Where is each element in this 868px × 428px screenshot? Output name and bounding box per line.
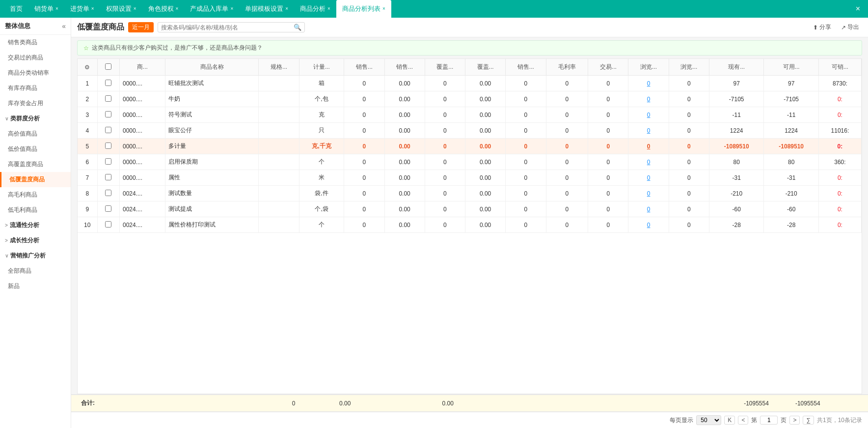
nav-close-role-auth[interactable]: × — [176, 0, 179, 18]
nav-permissions[interactable]: 权限设置 × — [100, 0, 142, 18]
row-unit: 袋,件 — [299, 186, 344, 201]
sidebar-group-growth[interactable]: > 成长性分析 — [0, 233, 71, 248]
select-all-checkbox[interactable] — [105, 63, 111, 70]
row-name[interactable]: 测试数量 — [165, 186, 259, 201]
row-checkbox[interactable] — [97, 139, 119, 154]
row-select-checkbox[interactable] — [105, 143, 111, 149]
date-filter-button[interactable]: 近一月 — [128, 22, 154, 32]
sidebar-group-marketing[interactable]: ∨ 营销推广分析 — [0, 248, 71, 263]
row-name[interactable]: 符号测试 — [165, 107, 259, 123]
row-sales-extra: 0 — [506, 217, 546, 233]
nav-product-inbound[interactable]: 产成品入库单 × — [184, 0, 239, 18]
row-name[interactable]: 属性 — [165, 170, 259, 186]
nav-close-product-inbound[interactable]: × — [230, 0, 233, 18]
nav-role-auth[interactable]: 角色授权 × — [142, 0, 185, 18]
search-icon[interactable]: 🔍 — [294, 24, 301, 31]
nav-product-analysis-list[interactable]: 商品分析列表 × — [336, 0, 391, 18]
row-browse1[interactable]: 0 — [628, 107, 669, 123]
nav-close-product-analysis[interactable]: × — [327, 0, 330, 18]
sidebar-item-new-goods[interactable]: 新品 — [0, 279, 71, 294]
row-sales-extra: 0 — [506, 107, 546, 123]
page-number-input[interactable] — [760, 416, 778, 425]
row-select-checkbox[interactable] — [105, 158, 111, 165]
sidebar-group-category-analysis[interactable]: ∨ 类群度分析 — [0, 111, 71, 126]
row-sales-amt: 0.00 — [384, 76, 425, 91]
share-button[interactable]: ⬆ 分享 — [810, 22, 834, 33]
page-size-select[interactable]: 50 100 200 — [696, 415, 721, 425]
nav-close-product-analysis-list[interactable]: × — [382, 0, 385, 18]
row-browse1[interactable]: 0 — [628, 91, 669, 107]
row-name[interactable]: 眼宝公仔 — [165, 123, 259, 139]
nav-purchase-order[interactable]: 进货单 × — [64, 0, 100, 18]
row-browse1[interactable]: 0 — [628, 76, 669, 91]
row-checkbox[interactable] — [97, 170, 119, 186]
row-browse1[interactable]: 0 — [628, 170, 669, 186]
row-select-checkbox[interactable] — [105, 127, 111, 133]
row-select-checkbox[interactable] — [105, 95, 111, 102]
row-name[interactable]: 旺辅批次测试 — [165, 76, 259, 91]
nav-sales-order[interactable]: 销货单 × — [28, 0, 64, 18]
sidebar-item-low-profit[interactable]: 低毛利商品 — [0, 202, 71, 218]
row-coverage1: 0 — [425, 76, 465, 91]
row-browse1[interactable]: 0 — [628, 201, 669, 217]
row-checkbox[interactable] — [97, 76, 119, 91]
nav-template-settings[interactable]: 单据模板设置 × — [239, 0, 294, 18]
sidebar-item-low-coverage[interactable]: 低覆盖度商品 — [0, 172, 71, 187]
row-checkbox[interactable] — [97, 154, 119, 170]
col-checkbox[interactable] — [97, 59, 119, 76]
row-browse1[interactable]: 0 — [628, 123, 669, 139]
row-browse2: 0 — [669, 123, 709, 139]
row-checkbox[interactable] — [97, 107, 119, 123]
sidebar-item-high-value[interactable]: 高价值商品 — [0, 126, 71, 142]
row-name[interactable]: 测试提成 — [165, 201, 259, 217]
row-checkbox[interactable] — [97, 91, 119, 107]
row-select-checkbox[interactable] — [105, 190, 111, 196]
row-checkbox[interactable] — [97, 186, 119, 201]
last-page-button[interactable]: ∑ — [803, 416, 814, 425]
nav-close-sales-order[interactable]: × — [55, 0, 58, 18]
sidebar-item-high-coverage[interactable]: 高覆盖度商品 — [0, 157, 71, 172]
search-input[interactable] — [161, 24, 292, 31]
sidebar-item-inventory-capital[interactable]: 库存资金占用 — [0, 96, 71, 111]
row-checkbox[interactable] — [97, 201, 119, 217]
row-coverage2: 0.00 — [465, 186, 506, 201]
sidebar-item-traded-goods[interactable]: 交易过的商品 — [0, 50, 71, 65]
nav-home[interactable]: 首页 — [4, 0, 28, 18]
nav-close-purchase-order[interactable]: × — [91, 0, 94, 18]
row-browse1[interactable]: 0 — [628, 217, 669, 233]
sidebar-item-low-value[interactable]: 低价值商品 — [0, 142, 71, 157]
row-select-checkbox[interactable] — [105, 80, 111, 86]
sidebar-group-circulation[interactable]: > 流通性分析 — [0, 218, 71, 233]
row-checkbox[interactable] — [97, 217, 119, 233]
nav-product-analysis[interactable]: 商品分析 × — [294, 0, 336, 18]
row-name[interactable]: 牛奶 — [165, 91, 259, 107]
row-select-checkbox[interactable] — [105, 111, 111, 117]
row-name[interactable]: 启用保质期 — [165, 154, 259, 170]
row-current: 97 — [709, 76, 763, 91]
first-page-button[interactable]: K — [724, 416, 735, 425]
row-select-checkbox[interactable] — [105, 205, 111, 212]
close-all-tabs[interactable]: × — [852, 4, 864, 13]
row-name[interactable]: 多计量 — [165, 139, 259, 154]
row-sales-qty: 0 — [344, 186, 384, 201]
row-name[interactable]: 属性价格打印测试 — [165, 217, 259, 233]
nav-close-template-settings[interactable]: × — [285, 0, 288, 18]
nav-close-permissions[interactable]: × — [134, 0, 136, 18]
row-browse1[interactable]: 0 — [628, 186, 669, 201]
sidebar-item-stocked-goods[interactable]: 有库存商品 — [0, 81, 71, 96]
sidebar-collapse-button[interactable]: « — [62, 22, 66, 30]
sidebar-item-sales-goods[interactable]: 销售类商品 — [0, 35, 71, 50]
sidebar-item-category-sales-rate[interactable]: 商品分类动销率 — [0, 65, 71, 81]
row-checkbox[interactable] — [97, 123, 119, 139]
table-wrapper[interactable]: ⚙ 商... 商品名称 规格... 计量... 销售... 销售... 覆盖..… — [77, 58, 862, 394]
row-browse1[interactable]: 0 — [628, 139, 669, 154]
row-browse1[interactable]: 0 — [628, 154, 669, 170]
row-select-checkbox[interactable] — [105, 221, 111, 228]
sidebar-item-high-profit[interactable]: 高毛利商品 — [0, 187, 71, 202]
prev-page-button[interactable]: < — [738, 416, 748, 425]
row-select-checkbox[interactable] — [105, 174, 111, 180]
sidebar-item-all-goods[interactable]: 全部商品 — [0, 263, 71, 279]
col-settings[interactable]: ⚙ — [78, 59, 97, 76]
export-button[interactable]: ↗ 导出 — [838, 22, 862, 33]
next-page-button[interactable]: > — [789, 416, 800, 425]
